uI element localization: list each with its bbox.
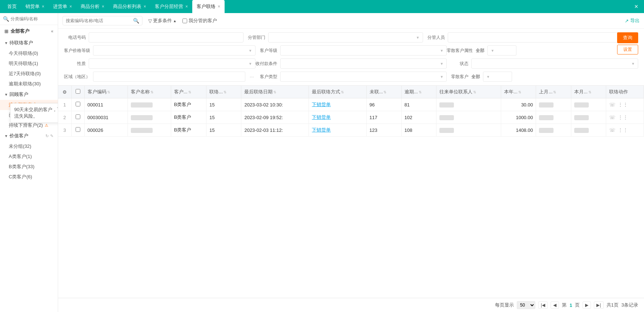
sidebar-item-today[interactable]: 今天待联络(0) (0, 48, 58, 58)
col-uncontact[interactable]: 未联...⇅ (366, 86, 401, 98)
col-contact-cnt[interactable]: 联络...⇅ (206, 86, 241, 98)
edit-icon[interactable]: ✎ (50, 134, 53, 138)
tab-home[interactable]: 首页 (3, 0, 21, 13)
gender-select[interactable]: ▼ (89, 58, 255, 69)
tab-sales[interactable]: 销货单 × (21, 0, 49, 13)
sidebar-collapse-btn[interactable]: « (51, 29, 53, 34)
gender-arrow: ▼ (249, 62, 252, 66)
setting-btn[interactable]: 设置 (617, 45, 638, 54)
last-way-link[interactable]: 下销货单 (312, 127, 331, 133)
phone-input[interactable] (89, 32, 243, 42)
filter-search-icon[interactable]: 🔍 (133, 18, 139, 24)
tab-customer-layer[interactable]: 客户分层经营 × (150, 0, 192, 13)
col-this-month[interactable]: 本月...⇅ (571, 86, 606, 98)
adv-filter-retail-customer: 零散客户 全部 ▼ (447, 72, 638, 82)
sidebar-item-tomorrow[interactable]: 明天待联络(1) (0, 58, 58, 69)
row-checkbox[interactable] (76, 114, 80, 119)
adv-filter-row-4: 区域（地区） ··· 客户类型 ▼ 零散客户 全部 (64, 72, 638, 82)
sidebar-group-pending[interactable]: ▼ 待联络客户 (0, 37, 58, 48)
row-unit-contact (436, 124, 501, 137)
tab-purchase[interactable]: 进货单 × (49, 0, 76, 13)
sidebar-group-value[interactable]: ▼ 价值客户 ↻ ✎ (0, 130, 58, 141)
data-table-wrap: ⚙ 客户编码⇅ 客户名称⇅ 客户...⇅ 联络...⇅ 最后联络日期⇅ 最后联络… (58, 86, 644, 298)
col-unit-contact[interactable]: 往来单位联系人⇅ (436, 86, 501, 98)
search-icon: 🔍 (3, 16, 9, 22)
sidebar-root-header[interactable]: ⊞ 全部客户 « (0, 25, 58, 37)
search-btn[interactable]: 查询 (617, 32, 638, 43)
adv-filter-retail-attr: 零散客户属性 全部 ▼ (447, 45, 638, 56)
tab-goods-analysis-list-close[interactable]: × (144, 4, 146, 9)
row-checkbox[interactable] (76, 102, 80, 106)
tab-sales-close[interactable]: × (42, 4, 44, 9)
sidebar-item-7days[interactable]: 近7天待联络(0) (0, 69, 58, 79)
col-overdue[interactable]: 逾期...⇅ (401, 86, 436, 98)
more-conditions-btn[interactable]: ▽ 更多条件 ▲ (145, 16, 180, 25)
tab-customer-contact-close[interactable]: × (218, 4, 220, 9)
last-page-btn[interactable]: ▶| (594, 301, 603, 309)
row-contact-cnt: 15 (206, 98, 241, 111)
row-checkbox[interactable] (76, 127, 80, 132)
export-btn[interactable]: ↗ 导出 (625, 17, 640, 24)
sidebar-item-b-class[interactable]: B类客户(33) (0, 162, 58, 172)
last-way-link[interactable]: 下销货单 (312, 102, 331, 107)
sidebar-item-overdue[interactable]: 逾期未联络(30) (0, 79, 58, 89)
window-close-btn[interactable]: × (631, 3, 641, 11)
per-page-select[interactable]: 50 100 (517, 301, 535, 309)
tab-goods-analysis-close[interactable]: × (102, 4, 104, 9)
col-last-way[interactable]: 最后联络方式⇅ (309, 86, 366, 98)
prev-page-btn[interactable]: ◀ (551, 301, 559, 309)
customer-type-select[interactable]: ▼ (280, 72, 447, 82)
tab-customer-contact[interactable]: 客户联络 × (192, 0, 225, 13)
status-arrow: ▼ (631, 62, 635, 66)
sidebar-group-review[interactable]: ▼ 回顾客户 (0, 89, 58, 100)
retail-customer-select[interactable]: ▼ (483, 72, 512, 82)
col-last-month[interactable]: 上月...⇅ (536, 86, 571, 98)
region-dots[interactable]: ··· (248, 74, 255, 80)
action-more-icon[interactable]: ⋮⋮ (618, 114, 628, 120)
action-phone-icon[interactable]: ☏ (609, 102, 616, 108)
row-checkbox-cell[interactable] (71, 98, 84, 111)
col-type[interactable]: 客户...⇅ (171, 86, 206, 98)
my-customers-check[interactable] (182, 19, 187, 23)
col-last-date[interactable]: 最后联络日期⇅ (241, 86, 309, 98)
col-checkbox[interactable] (71, 86, 84, 98)
select-all-checkbox[interactable] (76, 89, 80, 94)
tab-purchase-close[interactable]: × (69, 4, 72, 9)
row-contact-cnt: 15 (206, 124, 241, 137)
status-select[interactable]: ▼ (471, 58, 638, 69)
first-page-btn[interactable]: |◀ (538, 301, 548, 309)
action-more-icon[interactable]: ⋮⋮ (618, 127, 628, 133)
tab-goods-analysis-list[interactable]: 商品分析列表 × (109, 0, 150, 13)
my-customers-checkbox[interactable]: 我分管的客户 (182, 17, 217, 24)
action-phone-icon[interactable]: ☏ (609, 114, 616, 120)
col-name[interactable]: 客户名称⇅ (128, 86, 171, 98)
action-phone-icon[interactable]: ☏ (609, 127, 616, 133)
sidebar-item-a-class[interactable]: A类客户(1) (0, 151, 58, 162)
sidebar-search-input[interactable] (11, 16, 55, 21)
customer-level-select[interactable]: ▼ (280, 45, 447, 56)
adv-filter-status: 状态 ▼ (447, 58, 638, 69)
table-footer: 每页显示 50 100 |◀ ◀ 第 1 页 ▶ ▶| 共1页 3条记录 (58, 298, 644, 312)
tab-customer-layer-close[interactable]: × (185, 4, 188, 9)
sidebar-item-ungroup[interactable]: 未分组(32) (0, 141, 58, 151)
tab-goods-analysis[interactable]: 商品分析 × (76, 0, 109, 13)
row-checkbox-cell[interactable] (71, 111, 84, 124)
region-select[interactable] (93, 72, 245, 82)
refresh-icon[interactable]: ↻ (45, 134, 49, 138)
payment-select[interactable]: ▼ (280, 58, 447, 69)
last-way-link[interactable]: 下销货单 (312, 114, 331, 120)
col-this-year[interactable]: 本年...⇅ (501, 86, 536, 98)
sidebar-item-c-class[interactable]: C类客户(6) (0, 172, 58, 182)
action-more-icon[interactable]: ⋮⋮ (618, 102, 628, 108)
col-code[interactable]: 客户编码⇅ (84, 86, 128, 98)
filter-search-input[interactable] (66, 18, 132, 23)
payment-arrow: ▼ (440, 62, 443, 66)
content-area: 🔍 ▽ 更多条件 ▲ 我分管的客户 ↗ 导出 电话号码 (58, 13, 644, 312)
price-level-select[interactable]: ▼ (93, 45, 255, 56)
manager-select[interactable] (448, 32, 628, 42)
next-page-btn[interactable]: ▶ (583, 301, 591, 309)
row-checkbox-cell[interactable] (71, 124, 84, 137)
dept-select[interactable]: ▼ (268, 32, 423, 42)
retail-attr-select[interactable]: ▼ (487, 45, 516, 56)
col-settings[interactable]: ⚙ (58, 86, 71, 98)
